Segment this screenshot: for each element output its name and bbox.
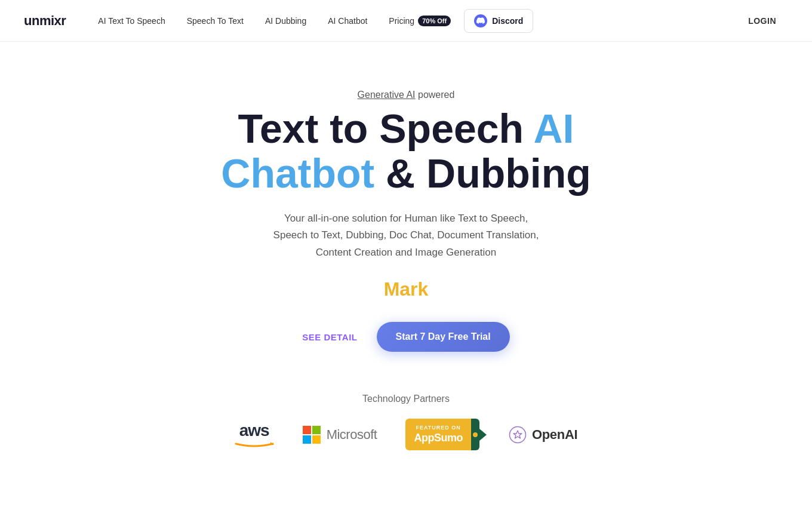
hero-name: Mark (161, 278, 651, 300)
see-detail-button[interactable]: SEE DETAIL (302, 332, 357, 342)
hero-subtitle-rest: powered (416, 90, 455, 100)
appsumo-tag-dot (473, 432, 478, 437)
nav-item-chatbot[interactable]: AI Chatbot (319, 11, 376, 30)
aws-logo: aws (235, 421, 274, 449)
hero-title-part1: Text to Speech (238, 106, 534, 151)
ms-yellow (312, 435, 321, 444)
openai-logo: OpenAI (508, 425, 577, 444)
ms-red (303, 426, 311, 434)
nav-links: AI Text To Speech Speech To Text AI Dubb… (90, 9, 736, 33)
nav-item-stt[interactable]: Speech To Text (179, 11, 252, 30)
ms-green (312, 426, 321, 434)
hero-buttons: SEE DETAIL Start 7 Day Free Trial (161, 322, 651, 352)
nav-item-ai-tts[interactable]: AI Text To Speech (90, 11, 173, 30)
discord-button[interactable]: Discord (464, 9, 533, 33)
discord-icon (474, 14, 487, 27)
hero-subtitle-underlined: Generative AI (358, 90, 416, 100)
microsoft-logo: Microsoft (303, 426, 377, 444)
appsumo-name-text: AppSumo (414, 432, 463, 444)
nav-item-dubbing[interactable]: AI Dubbing (257, 11, 315, 30)
hero-title-part2: & Dubbing (374, 150, 591, 196)
discord-label: Discord (492, 16, 523, 26)
partners-logos: aws Microsoft (161, 419, 651, 450)
appsumo-main: FEATURED ON AppSumo (405, 419, 471, 450)
appsumo-tag (471, 419, 479, 450)
openai-icon (508, 425, 527, 444)
microsoft-text: Microsoft (327, 427, 377, 443)
appsumo-logo: FEATURED ON AppSumo (405, 419, 479, 450)
login-button[interactable]: LOGIN (736, 11, 788, 30)
nav-item-pricing[interactable]: Pricing 70% Off (380, 11, 459, 31)
trial-button[interactable]: Start 7 Day Free Trial (377, 322, 510, 352)
ms-blue (303, 435, 311, 444)
hero-title: Text to Speech AI Chatbot & Dubbing (161, 106, 651, 196)
ms-grid-icon (303, 426, 321, 444)
hero-description: Your all-in-one solution for Human like … (161, 210, 651, 262)
aws-text: aws (239, 421, 269, 440)
hero-subtitle: Generative AI powered (161, 90, 651, 100)
appsumo-featured-text: FEATURED ON (414, 425, 463, 431)
appsumo-arrow (479, 429, 487, 441)
tech-partners-section: Technology Partners aws (161, 394, 651, 450)
tech-partners-title: Technology Partners (161, 394, 651, 404)
hero-section: Generative AI powered Text to Speech AI … (137, 42, 675, 513)
navbar: unmixr AI Text To Speech Speech To Text … (0, 0, 812, 42)
brand-logo[interactable]: unmixr (24, 13, 66, 29)
openai-text: OpenAI (532, 427, 577, 443)
